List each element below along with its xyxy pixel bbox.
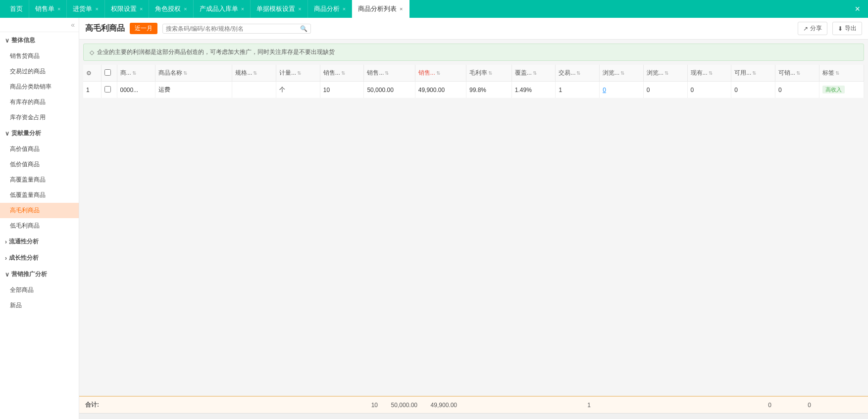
period-button[interactable]: 近一月	[130, 23, 157, 34]
sidebar-collapse-button[interactable]: «	[71, 21, 75, 29]
col-name-header[interactable]: 商品名称⇅	[155, 65, 232, 82]
col-code-header[interactable]: 商...⇅	[117, 65, 155, 82]
cell-available: 0	[731, 82, 775, 98]
sidebar: « ∨ 整体信息 销售货商品 交易过的商品 商品分类助销率 有库存的商品 库存资…	[0, 18, 79, 419]
close-icon[interactable]: ×	[140, 6, 143, 12]
cell-sales-qty: 10	[320, 82, 364, 98]
sidebar-group-marketing[interactable]: ∨ 营销推广分析	[0, 266, 79, 282]
col-sales-amount-header[interactable]: 销售...⇅	[364, 65, 415, 82]
nav-permission-settings[interactable]: 权限设置 ×	[105, 0, 149, 18]
table-row: 1 0000... 运费 个 10 50,000.00 49,900.00 99…	[83, 82, 864, 98]
share-button[interactable]: ↗ 分享	[798, 22, 827, 35]
row-checkbox[interactable]	[104, 86, 111, 93]
col-transaction-header[interactable]: 交易...⇅	[556, 65, 600, 82]
nav-product-analysis-list[interactable]: 商品分析列表 ×	[352, 0, 409, 18]
table-header-row: ⚙ 商...⇅ 商品名称⇅ 规格...⇅ 计量...⇅ 销售...⇅ 销售...…	[83, 65, 864, 82]
content-area: 高毛利商品 近一月 🔍 ↗ 分享 ⬇ 导出 ◇ 企业的主要的利润都是这部分商品创…	[79, 18, 868, 419]
sidebar-item-low-margin[interactable]: 低毛利商品	[0, 218, 79, 233]
sidebar-group-liquidity[interactable]: › 流通性分析	[0, 233, 79, 250]
cell-views1[interactable]: 0	[600, 82, 644, 98]
sidebar-group-growth[interactable]: › 成长性分析	[0, 250, 79, 266]
close-icon[interactable]: ×	[400, 6, 403, 12]
sidebar-item-sales-goods[interactable]: 销售货商品	[0, 48, 79, 64]
sidebar-item-high-margin[interactable]: 高毛利商品	[0, 203, 79, 218]
col-unit-header[interactable]: 计量...⇅	[276, 65, 320, 82]
col-sales-profit-header[interactable]: 销售...⇅	[415, 65, 466, 82]
top-navigation: 首页 销售单 × 进货单 × 权限设置 × 角色授权 × 产成品入库单 × 单据…	[0, 0, 868, 18]
footer-current-stock: 0	[736, 402, 775, 409]
col-available-header[interactable]: 可用...⇅	[731, 65, 775, 82]
sidebar-item-all-goods[interactable]: 全部商品	[0, 282, 79, 298]
main-layout: « ∨ 整体信息 销售货商品 交易过的商品 商品分类助销率 有库存的商品 库存资…	[0, 18, 868, 419]
close-icon[interactable]: ×	[57, 6, 60, 12]
cell-transaction: 1	[556, 82, 600, 98]
nav-product-inbound[interactable]: 产成品入库单 ×	[194, 0, 251, 18]
sidebar-group-marketing-items: 全部商品 新品	[0, 282, 79, 313]
sidebar-group-overall-items: 销售货商品 交易过的商品 商品分类助销率 有库存的商品 库存资金占用	[0, 48, 79, 125]
col-tag-header[interactable]: 标签⇅	[819, 65, 864, 82]
col-coverage-header[interactable]: 覆盖...⇅	[511, 65, 556, 82]
cell-checkbox[interactable]	[101, 82, 117, 98]
cell-name: 运费	[155, 82, 232, 98]
nav-purchase-order[interactable]: 进货单 ×	[67, 0, 104, 18]
chevron-right-icon: ›	[5, 238, 7, 245]
select-all-checkbox[interactable]	[104, 69, 111, 76]
sidebar-item-low-coverage[interactable]: 低覆盖量商品	[0, 187, 79, 203]
cell-spec	[232, 82, 276, 98]
col-views2-header[interactable]: 浏览...⇅	[643, 65, 687, 82]
close-icon[interactable]: ×	[241, 6, 244, 12]
col-sales-qty-header[interactable]: 销售...⇅	[320, 65, 364, 82]
col-sellable-header[interactable]: 可销...⇅	[775, 65, 819, 82]
sidebar-item-new-goods[interactable]: 新品	[0, 298, 79, 313]
table-footer: 合计: 10 50,000.00 49,900.00 1 0 0	[79, 396, 868, 413]
col-gross-margin-header[interactable]: 毛利率⇅	[466, 65, 512, 82]
header-actions: ↗ 分享 ⬇ 导出	[798, 22, 862, 35]
nav-home[interactable]: 首页	[4, 0, 29, 18]
close-icon[interactable]: ×	[95, 6, 98, 12]
cell-gross-margin: 99.8%	[466, 82, 512, 98]
nav-product-analysis[interactable]: 商品分析 ×	[308, 0, 352, 18]
search-icon[interactable]: 🔍	[300, 25, 307, 32]
export-icon: ⬇	[838, 25, 843, 32]
sidebar-item-high-coverage[interactable]: 高覆盖量商品	[0, 172, 79, 187]
nav-template-settings[interactable]: 单据模板设置 ×	[251, 0, 307, 18]
footer-sales-amount: 50,000.00	[382, 402, 421, 409]
search-box: 🔍	[162, 24, 311, 34]
sidebar-item-high-value[interactable]: 高价值商品	[0, 141, 79, 157]
cell-sales-amount: 50,000.00	[364, 82, 415, 98]
sidebar-item-traded-goods[interactable]: 交易过的商品	[0, 64, 79, 79]
settings-icon[interactable]: ⚙	[86, 70, 92, 77]
info-banner-text: 企业的主要的利润都是这部分商品创造的，可考虑加大推广，同时关注库存是不要出现缺货	[97, 48, 335, 56]
col-views1-header[interactable]: 浏览...⇅	[600, 65, 644, 82]
chevron-down-icon: ∨	[5, 271, 9, 278]
nav-role-auth[interactable]: 角色授权 ×	[149, 0, 193, 18]
sidebar-item-stock-capital[interactable]: 库存资金占用	[0, 110, 79, 125]
info-banner: ◇ 企业的主要的利润都是这部分商品创造的，可考虑加大推广，同时关注库存是不要出现…	[83, 44, 864, 61]
sidebar-item-low-value[interactable]: 低价值商品	[0, 157, 79, 172]
table-container[interactable]: ⚙ 商...⇅ 商品名称⇅ 规格...⇅ 计量...⇅ 销售...⇅ 销售...…	[83, 65, 864, 396]
col-settings-header[interactable]: ⚙	[83, 65, 101, 82]
col-spec-header[interactable]: 规格...⇅	[232, 65, 276, 82]
sidebar-item-category-assist[interactable]: 商品分类助销率	[0, 79, 79, 94]
close-icon[interactable]: ×	[184, 6, 187, 12]
sidebar-item-stocked-goods[interactable]: 有库存的商品	[0, 94, 79, 110]
search-input[interactable]	[166, 25, 298, 32]
close-all-button[interactable]: ×	[851, 4, 864, 14]
data-table: ⚙ 商...⇅ 商品名称⇅ 规格...⇅ 计量...⇅ 销售...⇅ 销售...…	[83, 65, 864, 98]
horizontal-scrollbar[interactable]	[79, 413, 868, 419]
cell-coverage: 1.49%	[511, 82, 556, 98]
cell-index: 1	[83, 82, 101, 98]
sidebar-group-contribution[interactable]: ∨ 贡献量分析	[0, 125, 79, 141]
col-current-stock-header[interactable]: 现有...⇅	[687, 65, 731, 82]
sidebar-group-overall[interactable]: ∨ 整体信息	[0, 32, 79, 48]
cell-current-stock: 0	[687, 82, 731, 98]
footer-available: 0	[775, 402, 815, 409]
export-button[interactable]: ⬇ 导出	[832, 22, 862, 35]
nav-sales-order[interactable]: 销售单 ×	[29, 0, 67, 18]
close-icon[interactable]: ×	[298, 6, 301, 12]
col-checkbox-header[interactable]	[101, 65, 117, 82]
close-icon[interactable]: ×	[343, 6, 346, 12]
footer-label: 合计:	[85, 401, 107, 409]
cell-unit: 个	[276, 82, 320, 98]
info-icon: ◇	[90, 49, 94, 56]
